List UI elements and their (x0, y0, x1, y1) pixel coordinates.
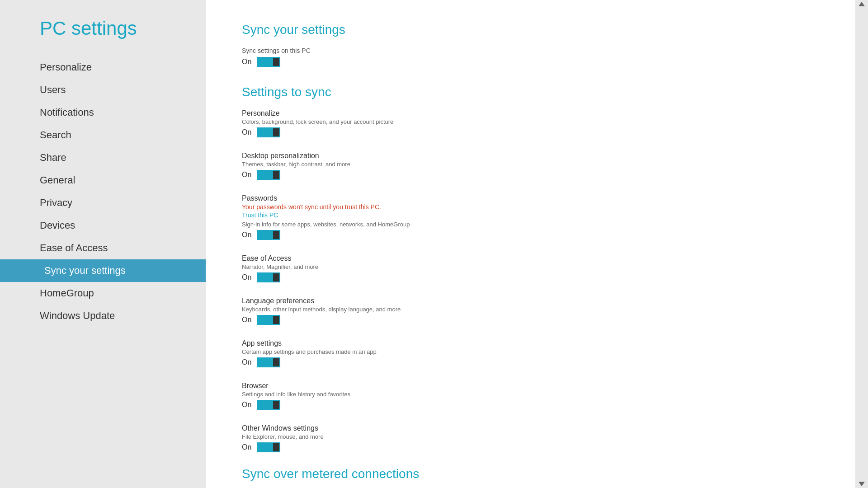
sidebar-item-homegroup[interactable]: HomeGroup (40, 282, 206, 305)
sync-on-pc-label: Sync settings on this PC (242, 47, 832, 54)
sync-metered-title: Sync over metered connections (242, 467, 832, 481)
setting-name-desktop-personalization: Desktop personalization (242, 152, 832, 160)
sidebar-item-share[interactable]: Share (40, 146, 206, 169)
setting-toggle-row-ease-of-access: On (242, 272, 832, 282)
toggle-track-app-settings (257, 357, 280, 367)
toggle-track-browser (257, 400, 280, 410)
setting-desc-personalize: Colors, background, lock screen, and you… (242, 118, 832, 125)
toggle-thumb (273, 58, 279, 66)
setting-item-browser: BrowserSettings and info like history an… (242, 382, 832, 410)
toggle-track-other-windows-settings (257, 442, 280, 452)
setting-toggle-row-app-settings: On (242, 357, 832, 367)
setting-toggle-other-windows-settings[interactable] (257, 442, 280, 452)
settings-list: PersonalizeColors, background, lock scre… (242, 109, 832, 452)
sidebar-item-privacy[interactable]: Privacy (40, 192, 206, 214)
setting-item-ease-of-access: Ease of AccessNarrator, Magnifier, and m… (242, 254, 832, 282)
setting-item-app-settings: App settingsCertain app settings and pur… (242, 339, 832, 367)
setting-extra-desc-passwords: Sign-in info for some apps, websites, ne… (242, 221, 832, 228)
settings-to-sync-section: Settings to sync PersonalizeColors, back… (242, 85, 832, 452)
sync-metered-section: Sync over metered connections Sync setti… (242, 467, 832, 488)
setting-item-passwords: PasswordsYour passwords won't sync until… (242, 194, 832, 240)
setting-name-personalize: Personalize (242, 109, 832, 117)
setting-toggle-row-passwords: On (242, 230, 832, 240)
setting-item-desktop-personalization: Desktop personalizationThemes, taskbar, … (242, 152, 832, 180)
setting-name-browser: Browser (242, 382, 832, 390)
sidebar-item-sync-your-settings[interactable]: Sync your settings (0, 259, 206, 282)
sidebar-item-personalize[interactable]: Personalize (40, 56, 206, 79)
toggle-thumb-personalize (273, 128, 279, 136)
sync-on-pc-row: On (242, 57, 832, 67)
setting-desc-app-settings: Certain app settings and purchases made … (242, 348, 832, 355)
sidebar-item-devices[interactable]: Devices (40, 214, 206, 237)
setting-toggle-row-desktop-personalization: On (242, 170, 832, 180)
setting-value-personalize: On (242, 128, 251, 136)
toggle-track-language-preferences (257, 315, 280, 325)
nav-list: PersonalizeUsersNotificationsSearchShare… (40, 56, 206, 327)
setting-value-other-windows-settings: On (242, 443, 251, 451)
toggle-track (257, 57, 280, 67)
toggle-track-ease-of-access (257, 272, 280, 282)
sidebar-item-notifications[interactable]: Notifications (40, 101, 206, 124)
toggle-thumb-desktop-personalization (273, 171, 279, 179)
setting-toggle-desktop-personalization[interactable] (257, 170, 280, 180)
toggle-track-passwords (257, 230, 280, 240)
toggle-thumb-ease-of-access (273, 273, 279, 282)
sidebar-item-users[interactable]: Users (40, 79, 206, 101)
setting-name-language-preferences: Language preferences (242, 297, 832, 305)
setting-item-personalize: PersonalizeColors, background, lock scre… (242, 109, 832, 137)
setting-link-passwords[interactable]: Trust this PC (242, 211, 832, 219)
sync-on-pc-value: On (242, 58, 251, 66)
sync-your-settings-section: Sync your settings Sync settings on this… (242, 23, 832, 67)
scroll-down-arrow[interactable] (859, 482, 865, 486)
toggle-thumb-language-preferences (273, 316, 279, 324)
setting-toggle-row-other-windows-settings: On (242, 442, 832, 452)
setting-item-language-preferences: Language preferencesKeyboards, other inp… (242, 297, 832, 325)
toggle-thumb-passwords (273, 231, 279, 239)
setting-warning-passwords: Your passwords won't sync until you trus… (242, 203, 832, 211)
setting-toggle-language-preferences[interactable] (257, 315, 280, 325)
sidebar-item-ease-of-access[interactable]: Ease of Access (40, 237, 206, 259)
setting-name-ease-of-access: Ease of Access (242, 254, 832, 263)
setting-desc-desktop-personalization: Themes, taskbar, high contrast, and more (242, 161, 832, 168)
setting-item-other-windows-settings: Other Windows settingsFile Explorer, mou… (242, 424, 832, 452)
sidebar-item-general[interactable]: General (40, 169, 206, 192)
setting-desc-language-preferences: Keyboards, other input methods, display … (242, 306, 832, 313)
setting-toggle-personalize[interactable] (257, 127, 280, 137)
setting-value-passwords: On (242, 231, 251, 239)
toggle-track-desktop-personalization (257, 170, 280, 180)
setting-value-app-settings: On (242, 358, 251, 366)
toggle-thumb-app-settings (273, 358, 279, 366)
setting-toggle-passwords[interactable] (257, 230, 280, 240)
setting-value-desktop-personalization: On (242, 171, 251, 179)
sync-section-title: Sync your settings (242, 23, 832, 37)
setting-name-other-windows-settings: Other Windows settings (242, 424, 832, 432)
setting-value-browser: On (242, 401, 251, 409)
main-content: Sync your settings Sync settings on this… (206, 0, 868, 488)
setting-desc-browser: Settings and info like history and favor… (242, 391, 832, 398)
toggle-track-personalize (257, 127, 280, 137)
toggle-thumb-browser (273, 401, 279, 409)
setting-desc-other-windows-settings: File Explorer, mouse, and more (242, 433, 832, 440)
sync-on-pc-toggle[interactable] (257, 57, 280, 67)
sidebar: PC settings PersonalizeUsersNotification… (0, 0, 206, 488)
toggle-thumb-other-windows-settings (273, 443, 279, 451)
setting-desc-ease-of-access: Narrator, Magnifier, and more (242, 263, 832, 270)
sidebar-item-search[interactable]: Search (40, 124, 206, 146)
setting-toggle-row-personalize: On (242, 127, 832, 137)
setting-value-language-preferences: On (242, 316, 251, 324)
scroll-arrows (855, 0, 868, 488)
scroll-up-arrow[interactable] (859, 2, 865, 6)
setting-toggle-row-browser: On (242, 400, 832, 410)
setting-toggle-app-settings[interactable] (257, 357, 280, 367)
setting-toggle-browser[interactable] (257, 400, 280, 410)
app-title: PC settings (40, 18, 206, 39)
setting-value-ease-of-access: On (242, 273, 251, 282)
setting-toggle-row-language-preferences: On (242, 315, 832, 325)
setting-toggle-ease-of-access[interactable] (257, 272, 280, 282)
sidebar-item-windows-update[interactable]: Windows Update (40, 305, 206, 327)
settings-to-sync-title: Settings to sync (242, 85, 832, 99)
setting-name-passwords: Passwords (242, 194, 832, 202)
setting-name-app-settings: App settings (242, 339, 832, 347)
